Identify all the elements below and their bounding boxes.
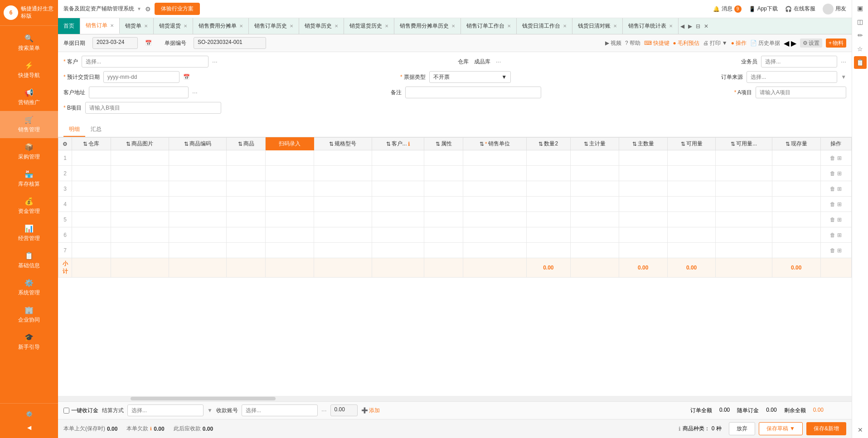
payment-method-dropdown[interactable]: ▼	[207, 407, 213, 414]
right-edit-btn[interactable]: ✏	[854, 29, 867, 42]
salesperson-input[interactable]	[761, 56, 837, 67]
tab-detail[interactable]: 明细	[63, 123, 85, 137]
payment-amount[interactable]: 0.00	[330, 404, 358, 416]
customer-address-input[interactable]	[89, 87, 189, 98]
invoice-type-select[interactable]: 不开票 ▼	[429, 71, 511, 83]
one-click-payment-checkbox[interactable]	[63, 408, 69, 414]
solution-button[interactable]: 体验行业方案	[155, 3, 200, 15]
tab-summary[interactable]: 汇总	[85, 123, 107, 137]
th-settings[interactable]: ⚙	[58, 138, 72, 150]
delivery-date-input[interactable]	[103, 71, 179, 83]
sidebar-item-purchase[interactable]: 📦 采购管理	[0, 138, 58, 165]
notifications-btn[interactable]: 🔔 消息 9	[713, 5, 742, 13]
add-product-btn[interactable]: + 物料	[826, 39, 846, 48]
operations-btn[interactable]: ● 操作	[731, 39, 747, 47]
tab-close-all-btn[interactable]: ✕	[702, 18, 710, 34]
right-panel-1-btn[interactable]: ▣	[854, 2, 867, 14]
row-delete-3[interactable]: 🗑	[830, 186, 835, 192]
warehouse-more-icon[interactable]: ···	[496, 58, 501, 65]
row-delete-7[interactable]: 🗑	[830, 247, 835, 254]
tab-close-order-stats[interactable]: ✕	[669, 24, 673, 29]
sidebar-item-newbie[interactable]: 🎓 新手引导	[0, 328, 58, 356]
calendar-icon[interactable]: 📅	[145, 40, 152, 46]
app-download-btn[interactable]: 📱 App下载	[749, 5, 778, 13]
add-payment-btn[interactable]: ➕ 添加	[361, 407, 380, 414]
sidebar-item-marketing[interactable]: 📢 营销推广	[0, 84, 58, 111]
account-input[interactable]	[242, 404, 318, 416]
right-panel-2-btn[interactable]: ◫	[854, 15, 867, 28]
sidebar-item-inventory[interactable]: 🏪 库存核算	[0, 165, 58, 193]
this-debt-info-icon[interactable]: ℹ	[150, 426, 152, 431]
row-copy-3[interactable]: ⊞	[837, 186, 842, 192]
tab-close-return-history[interactable]: ✕	[335, 24, 338, 29]
account-more-icon[interactable]: ···	[321, 407, 327, 414]
shortcut-btn[interactable]: ⌨ 快捷键	[644, 39, 669, 47]
sidebar-item-basic[interactable]: 📋 基础信息	[0, 247, 58, 274]
sidebar-item-sales[interactable]: 🛒 销售管理	[0, 111, 58, 138]
help-btn[interactable]: ? 帮助	[625, 39, 640, 47]
tab-expense-history[interactable]: 销售费用分摊单历史 ✕	[394, 18, 461, 34]
sidebar-settings-btn[interactable]: ⚙️	[0, 407, 58, 421]
row-copy-2[interactable]: ⊞	[837, 170, 842, 177]
row-delete-2[interactable]: 🗑	[830, 170, 835, 177]
tab-close-order-workspace[interactable]: ✕	[507, 24, 511, 29]
sidebar-item-system[interactable]: ⚙️ 系统管理	[0, 274, 58, 301]
print-btn[interactable]: 🖨 打印 ▼	[703, 39, 727, 47]
tab-prev-btn[interactable]: ◀	[679, 18, 686, 34]
tab-close-expense-split[interactable]: ✕	[239, 24, 243, 29]
sidebar-collapse-btn[interactable]: ◀	[0, 421, 58, 434]
arrow-right-icon[interactable]: ▶	[791, 39, 796, 48]
user-area[interactable]: 用友	[823, 4, 846, 14]
save-draft-button[interactable]: 保存草稿 ▼	[759, 422, 803, 435]
tab-next-btn[interactable]: ▶	[686, 18, 694, 34]
right-clipboard-btn[interactable]: 📋	[854, 56, 867, 69]
preview-btn[interactable]: ▶ 视频	[605, 39, 621, 47]
tab-order-workspace[interactable]: 销售订单工作台 ✕	[461, 18, 517, 34]
arrow-left-icon[interactable]: ◀	[784, 39, 789, 48]
tab-sales-order[interactable]: 销售订单 ✕	[80, 18, 120, 34]
tab-close-cash-workspace[interactable]: ✕	[563, 24, 567, 29]
sidebar-item-quick-nav[interactable]: ⚡ 快捷导航	[0, 57, 58, 84]
row-delete-1[interactable]: 🗑	[830, 155, 835, 161]
sidebar-item-operation[interactable]: 📊 经营管理	[0, 220, 58, 247]
payment-method-input[interactable]	[127, 404, 204, 416]
tab-order-history[interactable]: 销售订单历史 ✕	[249, 18, 299, 34]
project-a-input[interactable]	[756, 87, 846, 98]
history-btn[interactable]: 📄 历史单据	[750, 39, 780, 47]
row-copy-5[interactable]: ⊞	[837, 217, 842, 223]
right-star-btn[interactable]: ☆	[854, 43, 867, 55]
order-source-input[interactable]	[747, 71, 837, 83]
topbar-gear-icon[interactable]: ⚙	[145, 5, 151, 13]
save-new-button[interactable]: 保存&新增	[806, 422, 846, 435]
sidebar-item-finance[interactable]: 💰 资金管理	[0, 193, 58, 220]
sidebar-item-enterprise[interactable]: 🏢 企业协同	[0, 301, 58, 328]
row-copy-1[interactable]: ⊞	[837, 155, 842, 161]
row-copy-6[interactable]: ⊞	[837, 232, 842, 238]
tab-close-expense-history[interactable]: ✕	[451, 24, 455, 29]
tab-sales-return[interactable]: 销货单 ✕	[120, 18, 154, 34]
sidebar-item-search[interactable]: 🔍 搜索菜单	[0, 29, 58, 57]
tab-close-refund-history[interactable]: ✕	[385, 24, 388, 29]
settings-icon-btn[interactable]: ⚙ 设置	[800, 39, 822, 48]
date-value[interactable]: 2023-03-24	[92, 37, 138, 49]
tab-sales-refund[interactable]: 销货退货 ✕	[154, 18, 193, 34]
tab-home[interactable]: 首页	[58, 18, 80, 34]
tab-close-sales-order[interactable]: ✕	[110, 23, 114, 28]
row-copy-4[interactable]: ⊞	[837, 201, 842, 207]
tab-expense-split[interactable]: 销售费用分摊单 ✕	[193, 18, 249, 34]
tab-return-history[interactable]: 销货单历史 ✕	[299, 18, 344, 34]
tab-close-sales-refund[interactable]: ✕	[184, 24, 187, 29]
delivery-calendar-icon[interactable]: 📅	[183, 74, 190, 80]
tab-close-order-history[interactable]: ✕	[290, 24, 293, 29]
goods-count-info-icon[interactable]: ℹ	[679, 426, 681, 432]
tab-cash-reconcile[interactable]: 钱货日清对账 ✕	[572, 18, 623, 34]
right-close-btn[interactable]: ✕	[854, 424, 867, 436]
tab-close-sales-return[interactable]: ✕	[144, 24, 148, 29]
online-service-btn[interactable]: 🎧 在线客服	[785, 5, 815, 13]
discard-button[interactable]: 放弃	[729, 422, 755, 435]
tab-more-btn[interactable]: ⊟	[694, 18, 702, 34]
table-scrollbar[interactable]	[58, 396, 852, 401]
row-delete-6[interactable]: 🗑	[830, 232, 835, 238]
tab-close-cash-reconcile[interactable]: ✕	[613, 24, 617, 29]
row-copy-7[interactable]: ⊞	[837, 247, 842, 254]
